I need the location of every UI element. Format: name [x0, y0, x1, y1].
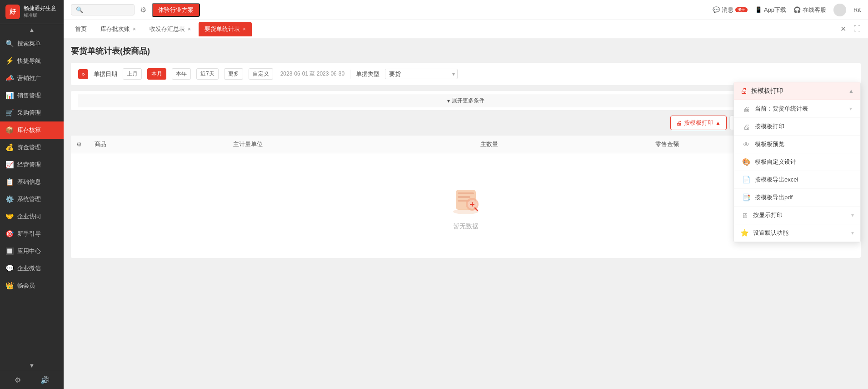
- dropdown-header-label: 按模板打印: [751, 87, 783, 95]
- dropdown-item-label: 按模板打印: [755, 122, 784, 131]
- sidebar-item-member[interactable]: 👑 畅会员: [0, 277, 64, 294]
- sidebar-item-label: 企业协同: [17, 212, 41, 221]
- logo-icon: 好: [5, 5, 20, 19]
- dropdown-item-template-preview[interactable]: 👁 模板板预览: [734, 136, 860, 153]
- tab-home[interactable]: 首页: [69, 22, 93, 36]
- sidebar-scroll-up[interactable]: ▲: [0, 24, 64, 35]
- sidebar-item-app-center[interactable]: 🔲 应用中心: [0, 242, 64, 260]
- sidebar-item-wechat[interactable]: 💬 企业微信: [0, 260, 64, 277]
- operations-icon: 📈: [5, 161, 14, 169]
- filter-date-label: 单据日期: [94, 70, 117, 78]
- dropdown-header[interactable]: 🖨 按模板打印 ▲: [734, 82, 860, 100]
- tab-batch-account[interactable]: 库存批次账 ×: [95, 22, 142, 36]
- audio-bottom-icon[interactable]: 🔊: [40, 376, 50, 384]
- app-center-icon: 🔲: [5, 247, 14, 255]
- sidebar-item-label: 经营管理: [17, 161, 41, 169]
- tab-receipt-summary[interactable]: 收发存汇总表 ×: [144, 22, 197, 36]
- col-settings-header: ⚙: [71, 136, 89, 153]
- settings-bottom-icon[interactable]: ⚙: [15, 376, 21, 384]
- tab-batch-account-label: 库存批次账: [100, 25, 130, 33]
- dropdown-item-export-excel[interactable]: 📄 按模板导出excel: [734, 171, 860, 189]
- filter-doc-type-select[interactable]: 要货: [385, 69, 458, 79]
- topbar-gear-icon[interactable]: ⚙: [140, 5, 146, 14]
- date-btn-more[interactable]: 更多: [224, 68, 243, 80]
- dropdown-item-label: 模板板预览: [755, 140, 784, 148]
- filter-expand-btn[interactable]: »: [78, 69, 88, 79]
- app-download-label: App下载: [764, 6, 786, 14]
- dropdown-current-item[interactable]: 🖨 当前：要货单统计表 ▾: [734, 100, 860, 118]
- sidebar-item-label: 销售管理: [17, 91, 41, 100]
- dropdown-section-display-print[interactable]: 🖥 按显示打印 ▾: [734, 207, 860, 224]
- template-print-dropdown: 🖨 按模板打印 ▲ 🖨 当前：要货单统计表 ▾ 🖨 按模板打印 👁 模板板预览: [733, 82, 861, 242]
- sidebar-item-finance[interactable]: 💰 资金管理: [0, 139, 64, 156]
- username: Rit: [853, 6, 861, 13]
- sidebar-item-guide[interactable]: 🎯 新手引导: [0, 225, 64, 242]
- sidebar: 好 畅捷通好生意 标准版 ▲ 🔍 搜索菜单 ⚡ 快捷导航 📣 营销推广 📊 销售…: [0, 0, 64, 389]
- app-download-btn[interactable]: 📱 App下载: [755, 6, 786, 14]
- member-icon: 👑: [5, 282, 14, 290]
- empty-icon: [448, 181, 484, 217]
- date-btn-last7[interactable]: 近7天: [196, 68, 219, 80]
- dropdown-item-template-print[interactable]: 🖨 按模板打印: [734, 118, 860, 136]
- message-btn[interactable]: 💬 消息 99+: [713, 6, 748, 14]
- sidebar-item-base-info[interactable]: 📋 基础信息: [0, 173, 64, 191]
- sidebar-item-marketing[interactable]: 📣 营销推广: [0, 70, 64, 87]
- sidebar-item-cooperation[interactable]: 🤝 企业协同: [0, 208, 64, 225]
- sidebar-nav: 🔍 搜索菜单 ⚡ 快捷导航 📣 营销推广 📊 销售管理 🛒 采购管理 📦 库存核…: [0, 35, 64, 360]
- page-title: 要货单统计表(按商品): [71, 45, 861, 56]
- dropdown-section-star-icon: ⭐: [740, 229, 748, 237]
- date-btn-custom[interactable]: 自定义: [249, 68, 273, 80]
- sidebar-item-purchase[interactable]: 🛒 采购管理: [0, 104, 64, 121]
- svg-rect-2: [458, 192, 474, 194]
- tab-batch-account-close[interactable]: ×: [133, 26, 136, 32]
- guide-icon: 🎯: [5, 230, 14, 238]
- dropdown-item-template-design[interactable]: 🎨 模板自定义设计: [734, 153, 860, 171]
- sidebar-item-sales[interactable]: 📊 销售管理: [0, 87, 64, 104]
- expand-more-icon: ▾: [447, 98, 450, 104]
- sidebar-item-operations[interactable]: 📈 经营管理: [0, 156, 64, 173]
- date-btn-current-month[interactable]: 本月: [147, 68, 166, 80]
- tab-receipt-summary-close[interactable]: ×: [188, 26, 191, 32]
- logo-text: 畅捷通好生意: [24, 5, 56, 12]
- sidebar-item-inventory[interactable]: 📦 库存核算: [0, 121, 64, 139]
- dropdown-header-arrow-icon: ▲: [848, 88, 854, 94]
- sidebar-item-label: 营销推广: [17, 74, 41, 82]
- empty-text: 暂无数据: [453, 222, 479, 231]
- trial-btn[interactable]: 体验行业方案: [152, 3, 200, 17]
- content-area: 要货单统计表(按商品) » 单据日期 上月 本月 本年 近7天 更多 自定义 2…: [64, 38, 868, 389]
- sidebar-logo: 好 畅捷通好生意 标准版: [0, 0, 64, 24]
- dropdown-item-export-pdf[interactable]: 📑 按模板导出pdf: [734, 189, 860, 207]
- date-btn-prev-month[interactable]: 上月: [123, 68, 142, 80]
- date-btn-current-year[interactable]: 本年: [172, 68, 191, 80]
- logo-sub: 标准版: [24, 12, 56, 19]
- tab-order-stats[interactable]: 要货单统计表 ×: [199, 22, 252, 36]
- sidebar-item-label: 快捷导航: [17, 57, 41, 65]
- tab-expand-btn[interactable]: ⛶: [852, 24, 863, 34]
- online-service-btn[interactable]: 🎧 在线客服: [793, 6, 826, 14]
- inventory-icon: 📦: [5, 126, 14, 134]
- sidebar-item-label: 采购管理: [17, 109, 41, 117]
- message-icon: 💬: [713, 6, 720, 13]
- dropdown-section-left: ⭐ 设置默认功能: [740, 229, 788, 237]
- cooperation-icon: 🤝: [5, 212, 14, 221]
- dropdown-section-set-default[interactable]: ⭐ 设置默认功能 ▾: [734, 224, 860, 242]
- dropdown-current-icon: 🖨: [742, 105, 750, 113]
- sidebar-item-system[interactable]: ⚙️ 系统管理: [0, 191, 64, 208]
- template-print-btn[interactable]: 🖨 按模板打印 ▲: [670, 116, 727, 130]
- sidebar-item-search[interactable]: 🔍 搜索菜单: [0, 35, 64, 52]
- topbar-right: 💬 消息 99+ 📱 App下载 🎧 在线客服 Rit: [713, 4, 861, 16]
- topbar: 🔍 ⚙ 体验行业方案 💬 消息 99+ 📱 App下载 🎧 在线客服 Rit: [64, 0, 868, 20]
- dropdown-item-design-icon: 🎨: [742, 158, 750, 166]
- avatar[interactable]: [833, 4, 846, 16]
- finance-icon: 💰: [5, 143, 14, 152]
- filter-divider: [350, 70, 350, 79]
- tab-order-stats-close[interactable]: ×: [243, 26, 246, 32]
- tab-close-all-btn[interactable]: ✕: [838, 24, 848, 34]
- topbar-search-icon: 🔍: [76, 6, 83, 13]
- col-settings-icon[interactable]: ⚙: [76, 141, 82, 148]
- topbar-search-box[interactable]: 🔍: [71, 4, 135, 15]
- logo-text-group: 畅捷通好生意 标准版: [24, 5, 56, 19]
- sidebar-item-quick-nav[interactable]: ⚡ 快捷导航: [0, 52, 64, 70]
- dropdown-item-preview-icon: 👁: [742, 141, 750, 148]
- sidebar-scroll-down[interactable]: ▼: [0, 360, 64, 371]
